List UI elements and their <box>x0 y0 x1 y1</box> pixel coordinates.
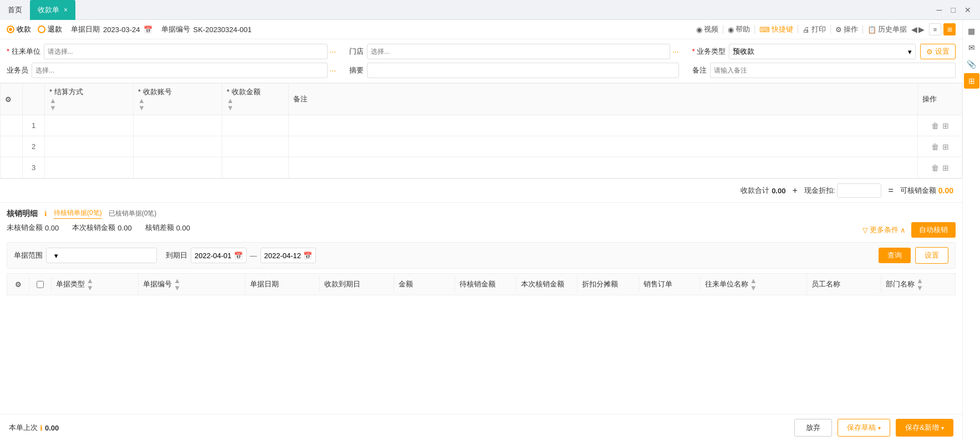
bth-checkbox[interactable] <box>29 278 52 291</box>
salesman-label: 业务员 <box>7 65 28 75</box>
sidebar-expand-icon[interactable]: ⊞ <box>964 73 979 89</box>
print-btn[interactable]: 🖨 打印 <box>803 24 826 34</box>
summary-field: 摘要 <box>349 63 678 78</box>
row1-method[interactable] <box>45 115 134 136</box>
summary-input[interactable] <box>367 63 678 78</box>
col-header-settings[interactable]: ⚙ <box>1 84 23 115</box>
row2-delete-icon[interactable]: 🗑 <box>931 142 939 151</box>
doc-date-label: 单据日期 <box>71 24 100 34</box>
row2-method[interactable] <box>45 136 134 157</box>
row3-amount[interactable] <box>222 157 289 178</box>
video-btn[interactable]: ◉ 视频 <box>696 24 718 34</box>
bth-this-recon: 本次核销金额 <box>517 276 578 293</box>
help-label: 帮助 <box>736 24 750 34</box>
footer-info-icon[interactable]: ℹ <box>40 424 43 432</box>
row1-note[interactable] <box>289 115 918 136</box>
footer-info: 本单上次 ℹ 0.00 <box>9 423 59 433</box>
select-all-checkbox[interactable] <box>37 281 44 288</box>
recon-stats-row: 未核销金额 0.00 本次核销金额 0.00 核销差额 0.00 ▽ 更多条件 … <box>7 222 956 238</box>
minimize-button[interactable]: ─ <box>932 6 947 14</box>
receipt-radio[interactable]: 收款 <box>7 24 31 34</box>
business-type-select[interactable]: 预收款 ▾ <box>729 44 916 59</box>
salesman-dots[interactable]: ··· <box>330 66 336 75</box>
tab-close-icon[interactable]: × <box>64 6 68 14</box>
doc-no-label: 单据编号 <box>161 24 190 34</box>
form-row-2: 业务员 ··· 摘要 备注 <box>7 63 956 78</box>
row1-num: 1 <box>23 115 45 136</box>
refund-radio[interactable]: 退款 <box>38 24 62 34</box>
table-row: 3 🗑 ⊞ <box>1 157 962 178</box>
abandon-button[interactable]: 放弃 <box>794 419 832 437</box>
range-select[interactable]: ▾ <box>46 248 157 263</box>
row1-settings <box>1 115 23 136</box>
document-date-field: 单据日期 2023-03-24 📅 <box>71 24 152 34</box>
row2-account[interactable] <box>134 136 222 157</box>
save-new-button[interactable]: 保存&新增 ▾ <box>896 419 953 437</box>
operation-btn[interactable]: ⚙ 操作 <box>835 24 858 34</box>
done-tab[interactable]: 已核销单据(0笔) <box>109 209 157 218</box>
next-arrow[interactable]: ▶ <box>918 25 925 34</box>
document-no-field: 单据编号 SK-20230324-001 <box>161 24 252 34</box>
date-to-field[interactable]: 2022-04-12 📅 <box>261 248 317 263</box>
receipt-table: ⚙ * 结算方式 ▲▼ * 收款账号 ▲▼ * 收款金额 ▲▼ 备注 <box>0 83 962 178</box>
settings-label: 设置 <box>935 47 950 57</box>
row1-amount[interactable] <box>222 115 289 136</box>
row2-copy-icon[interactable]: ⊞ <box>942 142 949 151</box>
total-summary: 收款合计 0.00 <box>741 186 785 196</box>
filter-settings-button[interactable]: 设置 <box>915 247 948 264</box>
more-conditions-btn[interactable]: ▽ 更多条件 ∧ <box>862 225 906 235</box>
divider1 <box>723 25 723 34</box>
row1-delete-icon[interactable]: 🗑 <box>931 121 939 130</box>
salesman-input[interactable] <box>32 63 328 78</box>
store-input[interactable] <box>367 44 670 59</box>
discount-input[interactable] <box>837 183 881 198</box>
row3-note[interactable] <box>289 157 918 178</box>
row3-method[interactable] <box>45 157 134 178</box>
note-label: 备注 <box>692 65 707 75</box>
sidebar-table-icon[interactable]: ▦ <box>964 23 979 39</box>
row3-delete-icon[interactable]: 🗑 <box>931 163 939 172</box>
save-draft-button[interactable]: 保存草稿 ▾ <box>838 419 890 437</box>
row2-amount[interactable] <box>222 136 289 157</box>
history-btn[interactable]: 📋 历史单据 <box>867 24 907 34</box>
recon-info-icon[interactable]: ℹ <box>44 210 47 218</box>
row2-note[interactable] <box>289 136 918 157</box>
sidebar-mail-icon[interactable]: ✉ <box>964 40 979 55</box>
row1-copy-icon[interactable]: ⊞ <box>942 121 949 130</box>
stat-this: 本次核销金额 0.00 <box>72 223 131 233</box>
grid-view-btn[interactable]: ⊞ <box>943 23 956 35</box>
counterpart-input[interactable] <box>44 44 328 59</box>
date-from-field[interactable]: 2022-04-01 📅 <box>191 248 247 263</box>
maximize-button[interactable]: □ <box>947 6 960 14</box>
counterpart-dots[interactable]: ··· <box>330 47 336 56</box>
row3-copy-icon[interactable]: ⊞ <box>942 163 949 172</box>
tab-home[interactable]: 首页 <box>0 0 30 20</box>
list-view-btn[interactable]: ≡ <box>929 23 941 35</box>
bth-settings[interactable]: ⚙ <box>7 277 29 292</box>
footer-value: 0.00 <box>45 424 59 432</box>
help-btn[interactable]: ◉ 帮助 <box>728 24 750 34</box>
stat-unpaid: 未核销金额 0.00 <box>7 223 59 233</box>
date-from-value: 2022-04-01 <box>195 252 232 260</box>
discount-label: 现金折扣: <box>804 186 835 196</box>
recon-actions: ▽ 更多条件 ∧ 自动核销 <box>862 222 956 238</box>
prev-arrow[interactable]: ◀ <box>911 25 917 34</box>
col-header-amount: * 收款金额 ▲▼ <box>222 84 289 115</box>
tab-receipt-label: 收款单 <box>38 5 59 15</box>
close-window-button[interactable]: ✕ <box>960 6 976 14</box>
store-dots[interactable]: ··· <box>672 47 679 56</box>
row3-account[interactable] <box>134 157 222 178</box>
query-button[interactable]: 查询 <box>879 248 911 263</box>
note-input[interactable] <box>710 63 956 78</box>
settings-gear-icon: ⚙ <box>926 48 933 56</box>
settings-button[interactable]: ⚙ 设置 <box>920 44 956 59</box>
tab-receipt[interactable]: 收款单 × <box>30 0 75 20</box>
auto-recon-button[interactable]: 自动核销 <box>911 222 956 238</box>
pending-tab[interactable]: 待核销单据(0笔) <box>54 208 102 219</box>
row1-account[interactable] <box>134 115 222 136</box>
sidebar-clip-icon[interactable]: 📎 <box>964 57 979 72</box>
divider5 <box>862 25 863 34</box>
receipt-table-section: ⚙ * 结算方式 ▲▼ * 收款账号 ▲▼ * 收款金额 ▲▼ 备注 <box>0 83 962 179</box>
calendar-icon[interactable]: 📅 <box>144 25 152 34</box>
shortcut-btn[interactable]: ⌨ 快捷键 <box>759 24 793 34</box>
